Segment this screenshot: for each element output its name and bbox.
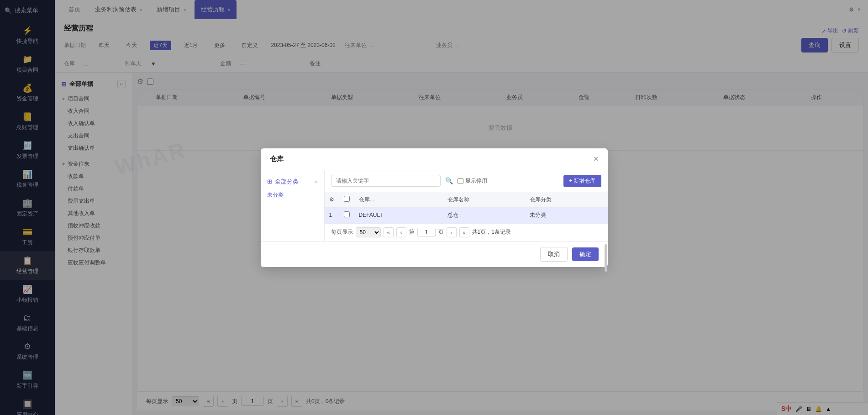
modal-first-page-btn[interactable]: « — [384, 227, 394, 237]
add-warehouse-btn[interactable]: + 新增仓库 — [563, 175, 601, 187]
modal-row-check[interactable] — [339, 207, 354, 223]
modal-toolbar: 🔍 显示停用 + 新增仓库 — [325, 170, 608, 192]
modal-page-input[interactable] — [417, 228, 436, 237]
modal-cancel-btn[interactable]: 取消 — [540, 247, 568, 262]
modal-show-disabled-label[interactable]: 显示停用 — [458, 177, 487, 185]
show-disabled-checkbox[interactable] — [458, 178, 463, 184]
modal-col-category[interactable]: 仓库分类 — [525, 192, 607, 208]
modal-body: ⊞ 全部分类 ‹‹ 未分类 🔍 显示停用 — [261, 170, 608, 241]
modal-last-page-btn[interactable]: » — [459, 227, 469, 237]
modal-col-code[interactable]: 仓库... — [354, 192, 443, 208]
modal-prev-page-btn[interactable]: ‹ — [396, 227, 406, 237]
modal-next-page-btn[interactable]: › — [447, 227, 457, 237]
modal-table-wrap: ⚙ 仓库... 仓库名称 仓库分类 1 DEFAULT — [325, 192, 608, 223]
modal-confirm-btn[interactable]: 确定 — [572, 247, 599, 261]
modal-header: 仓库 × — [261, 148, 608, 170]
modal-close-btn[interactable]: × — [594, 155, 599, 163]
modal-table-row[interactable]: 1 DEFAULT 总仓 未分类 — [325, 207, 608, 223]
grid-icon-modal: ⊞ — [267, 178, 272, 185]
modal-row-checkbox[interactable] — [344, 211, 350, 217]
modal-category-all[interactable]: ⊞ 全部分类 ‹‹ — [261, 175, 324, 189]
modal-search-input[interactable] — [331, 175, 441, 187]
modal-col-check — [339, 192, 354, 208]
modal-category-all-label: 全部分类 — [275, 178, 299, 186]
modal-table-header: ⚙ 仓库... 仓库名称 仓库分类 — [325, 192, 608, 208]
modal-title: 仓库 — [270, 155, 284, 163]
modal-table: ⚙ 仓库... 仓库名称 仓库分类 1 DEFAULT — [325, 192, 608, 223]
modal-pagination: 每页显示 50 « ‹ 第 页 › » 共1页，1条记录 — [325, 223, 608, 241]
modal-per-page-select[interactable]: 50 — [356, 227, 381, 237]
modal-col-name[interactable]: 仓库名称 — [443, 192, 525, 208]
modal-row-code: DEFAULT — [354, 207, 443, 223]
modal-table-body: 1 DEFAULT 总仓 未分类 — [325, 207, 608, 223]
modal-per-page-label: 每页显示 — [331, 228, 353, 236]
modal-category-collapse-btn[interactable]: ‹‹ — [314, 179, 317, 184]
modal-row-name: 总仓 — [443, 207, 525, 223]
modal-footer: 取消 确定 — [261, 241, 608, 267]
modal-row-num: 1 — [325, 207, 339, 223]
modal-right-panel: 🔍 显示停用 + 新增仓库 ⚙ 仓库... — [325, 170, 608, 241]
modal-col-settings: ⚙ — [325, 192, 339, 208]
modal-overlay: 仓库 × ⊞ 全部分类 ‹‹ 未分类 — [0, 0, 868, 415]
modal-page-label: 第 — [409, 228, 415, 236]
modal-category-unclassified[interactable]: 未分类 — [261, 189, 324, 202]
modal-search-icon[interactable]: 🔍 — [445, 177, 453, 184]
modal-row-category: 未分类 — [525, 207, 607, 223]
modal-left-panel: ⊞ 全部分类 ‹‹ 未分类 — [261, 170, 325, 241]
modal-total-text: 共1页，1条记录 — [472, 228, 511, 236]
warehouse-modal: 仓库 × ⊞ 全部分类 ‹‹ 未分类 — [261, 148, 608, 267]
modal-page-suffix: 页 — [438, 228, 444, 236]
modal-select-all[interactable] — [344, 196, 350, 202]
